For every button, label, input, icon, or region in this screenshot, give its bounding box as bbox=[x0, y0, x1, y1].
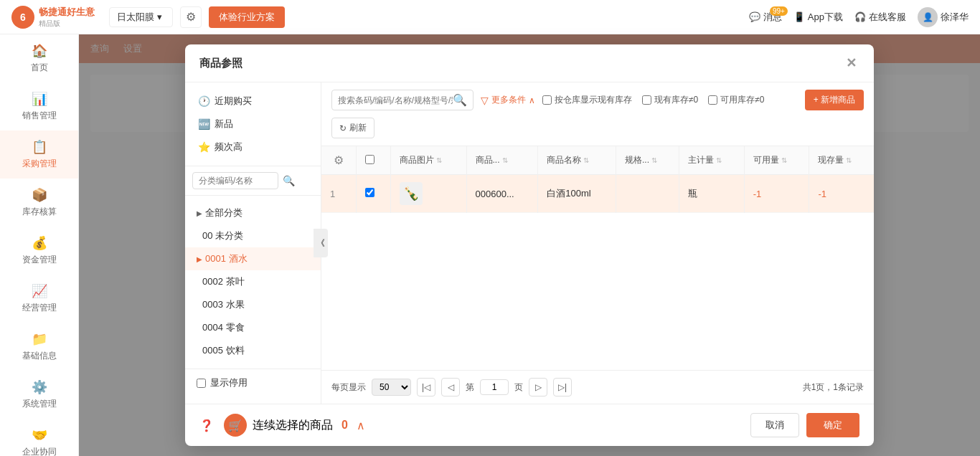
expand-0001-icon: ▶ bbox=[197, 255, 202, 263]
category-0002-label: 0002 茶叶 bbox=[202, 276, 245, 287]
th-name-label: 商品名称 bbox=[547, 154, 581, 166]
category-search-icon[interactable]: 🔍 bbox=[283, 175, 295, 186]
table-header: ⚙ 商品图片 ⇅ bbox=[321, 146, 874, 175]
user-menu[interactable]: 👤 徐泽华 bbox=[918, 7, 969, 27]
name-sort-icon: ⇅ bbox=[583, 156, 589, 164]
category-00[interactable]: 00 未分类 bbox=[185, 224, 321, 247]
basic-info-icon: 📁 bbox=[32, 331, 47, 347]
sidebar-item-basic-info[interactable]: 📁 基础信息 bbox=[0, 323, 78, 371]
sidebar-item-enterprise[interactable]: 🤝 企业协同 bbox=[0, 419, 78, 456]
shortcut-frequent-label: 频次高 bbox=[215, 141, 242, 153]
modal-toolbar: 🔍 ▽ 更多条件 ∧ 按仓库显示现有库存 bbox=[321, 82, 874, 146]
refresh-button[interactable]: ↻ 刷新 bbox=[331, 118, 374, 138]
system-icon: ⚙️ bbox=[32, 379, 47, 395]
modal-left-panel: 🕐 近期购买 🆕 新品 ⭐ 频次高 bbox=[185, 82, 321, 404]
trial-button[interactable]: 体验行业方案 bbox=[209, 6, 285, 28]
table-row[interactable]: 1 🍾 000600... 白酒100ml bbox=[321, 175, 874, 213]
category-all-label: 全部分类 bbox=[205, 206, 242, 219]
image-col-sort[interactable]: 商品图片 ⇅ bbox=[400, 154, 458, 166]
spec-sort-icon: ⇅ bbox=[651, 156, 657, 164]
modal-close-button[interactable]: ✕ bbox=[842, 54, 859, 72]
select-all-checkbox[interactable] bbox=[365, 155, 374, 164]
image-sort-icon: ⇅ bbox=[436, 156, 442, 164]
shortcut-frequent[interactable]: ⭐ 频次高 bbox=[192, 136, 314, 158]
name-col-sort[interactable]: 商品名称 ⇅ bbox=[547, 154, 607, 166]
main-layout: 🏠 首页 📊 销售管理 📋 采购管理 📦 库存核算 💰 资金管理 📈 经营管理 … bbox=[0, 34, 980, 456]
prev-page-button[interactable]: ◁ bbox=[441, 378, 460, 396]
more-filters-button[interactable]: ▽ 更多条件 ∧ bbox=[481, 94, 535, 106]
category-0003[interactable]: 0003 水果 bbox=[185, 293, 321, 316]
help-icon[interactable]: ❓ bbox=[199, 419, 214, 432]
unit-sort-icon: ⇅ bbox=[716, 156, 722, 164]
sidebar-item-system[interactable]: ⚙️ 系统管理 bbox=[0, 371, 78, 419]
by-warehouse-checkbox[interactable] bbox=[542, 95, 552, 105]
sidebar-item-home[interactable]: 🏠 首页 bbox=[0, 34, 78, 82]
per-page-label: 每页显示 bbox=[331, 381, 366, 394]
cart-count: 0 bbox=[341, 419, 348, 432]
confirm-button[interactable]: 确定 bbox=[806, 413, 859, 437]
sidebar-item-finance[interactable]: 💰 资金管理 bbox=[0, 227, 78, 275]
category-0005[interactable]: 0005 饮料 bbox=[185, 339, 321, 362]
show-disabled-label[interactable]: 显示停用 bbox=[210, 376, 248, 389]
column-settings-icon[interactable]: ⚙ bbox=[334, 154, 344, 166]
add-product-button[interactable]: + 新增商品 bbox=[805, 90, 864, 110]
collapse-panel-button[interactable]: 《 bbox=[314, 229, 328, 257]
messages-btn[interactable]: 💬 消息 99+ bbox=[749, 11, 782, 24]
page-number-input[interactable] bbox=[480, 379, 509, 395]
product-search-input[interactable] bbox=[338, 95, 453, 105]
refresh-icon: ↻ bbox=[339, 123, 347, 133]
current-stock-checkbox[interactable] bbox=[642, 95, 651, 105]
total-records: 共1页，1条记录 bbox=[803, 381, 864, 394]
store-name: 日太阳膜 bbox=[117, 11, 154, 24]
footer-buttons: 取消 确定 bbox=[750, 413, 859, 437]
settings-button[interactable]: ⚙ bbox=[180, 6, 202, 28]
sidebar-item-operations[interactable]: 📈 经营管理 bbox=[0, 275, 78, 323]
sidebar-item-inventory[interactable]: 📦 库存核算 bbox=[0, 179, 78, 227]
checkbox-available-stock[interactable]: 可用库存≠0 bbox=[708, 94, 764, 106]
th-unit: 主计量 ⇅ bbox=[679, 146, 745, 175]
next-page-button[interactable]: ▷ bbox=[529, 378, 547, 396]
cancel-button[interactable]: 取消 bbox=[750, 413, 799, 437]
available-stock-checkbox[interactable] bbox=[708, 95, 717, 105]
shortcut-new[interactable]: 🆕 新品 bbox=[192, 113, 314, 136]
sidebar-item-purchase[interactable]: 📋 采购管理 bbox=[0, 130, 78, 179]
filter-checkboxes: 按仓库显示现有库存 现有库存≠0 可用库存≠0 bbox=[542, 94, 765, 106]
per-page-select[interactable]: 50 100 200 bbox=[372, 379, 411, 396]
category-0001[interactable]: ▶ 0001 酒水 bbox=[185, 247, 321, 270]
row-checkbox[interactable] bbox=[365, 188, 374, 197]
checkbox-current-stock[interactable]: 现有库存≠0 bbox=[642, 94, 698, 106]
online-service-btn[interactable]: 🎧 在线客服 bbox=[854, 11, 906, 24]
product-search-icon[interactable]: 🔍 bbox=[453, 93, 467, 107]
category-0004[interactable]: 0004 零食 bbox=[185, 316, 321, 339]
collapse-cart-icon[interactable]: ∧ bbox=[357, 419, 365, 432]
logo-text: 畅捷通好生意 精品版 bbox=[39, 6, 95, 29]
category-all[interactable]: ▶ 全部分类 bbox=[185, 201, 321, 224]
shortcuts-section: 🕐 近期购买 🆕 新品 ⭐ 频次高 bbox=[185, 90, 321, 166]
checkbox-by-warehouse[interactable]: 按仓库显示现有库存 bbox=[542, 94, 632, 106]
store-selector[interactable]: 日太阳膜 ▾ bbox=[109, 7, 173, 27]
shortcut-recent[interactable]: 🕐 近期购买 bbox=[192, 90, 314, 113]
inventory-icon: 📦 bbox=[32, 187, 47, 203]
category-00-label: 00 未分类 bbox=[202, 230, 243, 241]
available-col-sort[interactable]: 可用量 ⇅ bbox=[753, 154, 801, 166]
refresh-label: 刷新 bbox=[349, 122, 367, 134]
sidebar-item-sales[interactable]: 📊 销售管理 bbox=[0, 82, 78, 130]
cart-icon[interactable]: 🛒 bbox=[224, 414, 247, 437]
category-search-input[interactable] bbox=[192, 172, 278, 189]
app-download-btn[interactable]: 📱 App下载 bbox=[793, 11, 843, 24]
category-0002[interactable]: 0002 茶叶 bbox=[185, 270, 321, 293]
code-col-sort[interactable]: 商品... ⇅ bbox=[476, 154, 529, 166]
product-table-wrap: ⚙ 商品图片 ⇅ bbox=[321, 146, 874, 370]
unit-col-sort[interactable]: 主计量 ⇅ bbox=[688, 154, 735, 166]
spec-col-sort[interactable]: 规格... ⇅ bbox=[625, 154, 670, 166]
show-disabled-checkbox[interactable] bbox=[197, 379, 206, 388]
first-page-button[interactable]: |◁ bbox=[417, 378, 435, 396]
last-page-button[interactable]: ▷| bbox=[553, 378, 572, 396]
category-0005-label: 0005 饮料 bbox=[202, 345, 245, 356]
sales-icon: 📊 bbox=[32, 91, 47, 107]
category-0008[interactable]: 0008 水 bbox=[185, 362, 321, 369]
stock-col-sort[interactable]: 现存量 ⇅ bbox=[818, 154, 865, 166]
headset-icon: 🎧 bbox=[854, 11, 866, 22]
available-stock-label: 可用库存≠0 bbox=[720, 94, 764, 106]
shortcut-new-label: 新品 bbox=[215, 118, 233, 130]
